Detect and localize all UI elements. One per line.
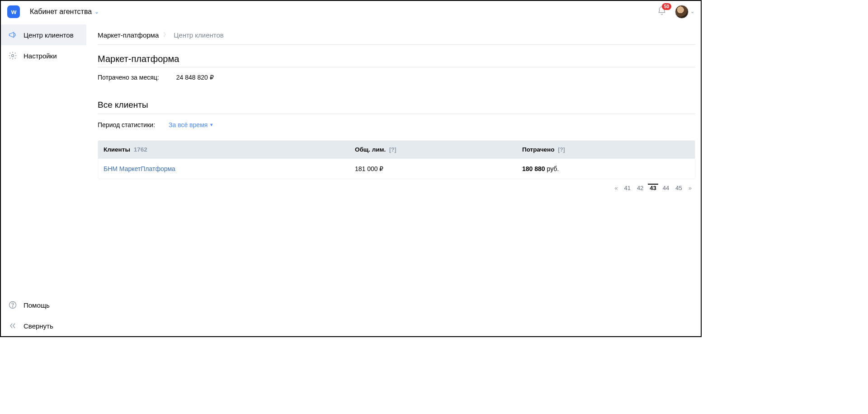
col-spent: Потрачено	[522, 146, 554, 153]
pagination: « 41 42 43 44 45 »	[98, 179, 695, 197]
notifications-button[interactable]: 50	[657, 6, 667, 17]
collapse-icon	[8, 321, 17, 330]
period-label: Период статистики:	[98, 121, 155, 128]
spent-row: Потрачено за месяц: 24 848 820 ₽	[98, 74, 695, 81]
sidebar-item-help[interactable]: Помощь	[1, 295, 86, 315]
triangle-down-icon: ▼	[209, 123, 213, 127]
pagination-page[interactable]: 42	[635, 184, 645, 192]
period-value: За всё время	[169, 121, 208, 128]
table-row: БНМ МаркетПлатформа 181 000 ₽ 180 880 ру…	[98, 158, 695, 179]
avatar	[675, 5, 689, 19]
platform-title: Маркет-платформа	[98, 54, 695, 64]
pagination-page[interactable]: 41	[622, 184, 632, 192]
period-select[interactable]: За всё время ▼	[169, 121, 213, 128]
svg-point-2	[13, 307, 13, 307]
sidebar-item-client-center[interactable]: Центр клиентов	[1, 24, 86, 45]
cabinet-dropdown[interactable]: Кабинет агентства ⌄	[30, 8, 99, 16]
pagination-page[interactable]: 44	[661, 184, 671, 192]
profile-menu[interactable]: ⌄	[675, 5, 694, 19]
breadcrumb-root[interactable]: Маркет-платформа	[98, 31, 159, 39]
help-icon	[8, 300, 17, 309]
sidebar-item-label: Центр клиентов	[24, 31, 74, 39]
megaphone-icon	[8, 30, 17, 39]
clients-title: Все клиенты	[98, 100, 695, 110]
sidebar-item-label: Настройки	[24, 52, 57, 60]
spent-label: Потрачено за месяц:	[98, 74, 159, 81]
sidebar-item-settings[interactable]: Настройки	[1, 45, 86, 66]
notifications-badge: 50	[662, 3, 671, 10]
main-content: Маркет-платформа 〉 Центр клиентов Маркет…	[87, 23, 701, 336]
spent-value: 24 848 820 ₽	[176, 74, 214, 81]
pagination-page[interactable]: 45	[674, 184, 684, 192]
client-limit: 181 000 ₽	[355, 165, 384, 172]
topbar: w Кабинет агентства ⌄ 50 ⌄	[1, 1, 701, 23]
cabinet-title-text: Кабинет агентства	[30, 8, 92, 16]
help-icon[interactable]: [?]	[558, 147, 565, 153]
chevron-down-icon: ⌄	[94, 9, 99, 15]
pagination-page-active[interactable]: 43	[648, 184, 658, 192]
vk-logo[interactable]: w	[7, 5, 20, 18]
sidebar-item-label: Свернуть	[24, 322, 53, 330]
col-limit: Общ. лим.	[355, 146, 386, 153]
chevron-down-icon: ⌄	[690, 9, 694, 14]
client-link[interactable]: БНМ МаркетПлатформа	[104, 165, 175, 172]
breadcrumb-current: Центр клиентов	[174, 31, 224, 39]
client-spent-suffix: руб.	[545, 165, 559, 172]
sidebar-item-collapse[interactable]: Свернуть	[1, 315, 86, 336]
svg-point-0	[12, 55, 14, 57]
pagination-prev[interactable]: «	[613, 184, 619, 192]
pagination-next[interactable]: »	[687, 184, 693, 192]
period-row: Период статистики: За всё время ▼	[98, 114, 695, 128]
sidebar: Центр клиентов Настройки Помощь Свернуть	[1, 23, 87, 336]
breadcrumb: Маркет-платформа 〉 Центр клиентов	[98, 28, 695, 45]
help-icon[interactable]: [?]	[389, 147, 396, 153]
chevron-right-icon: 〉	[163, 31, 169, 39]
col-clients: Клиенты	[104, 146, 130, 153]
clients-table: Клиенты 1762 Общ. лим. [?] Потрачено [?]…	[98, 140, 695, 179]
client-spent-amount: 180 880	[522, 165, 545, 172]
vk-logo-text: w	[11, 8, 16, 15]
table-header: Клиенты 1762 Общ. лим. [?] Потрачено [?]	[98, 141, 695, 158]
gear-icon	[8, 51, 17, 60]
clients-count: 1762	[134, 146, 147, 153]
sidebar-item-label: Помощь	[24, 301, 50, 309]
